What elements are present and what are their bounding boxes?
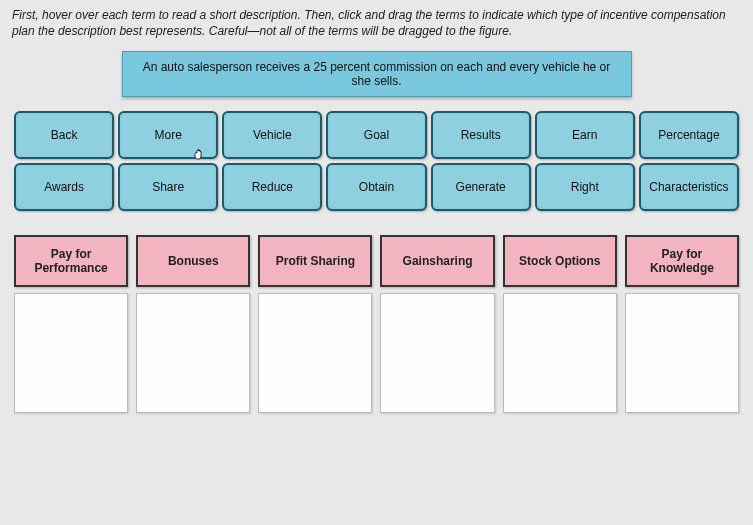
term-more[interactable]: More [118, 111, 218, 159]
term-reduce[interactable]: Reduce [222, 163, 322, 211]
drop-zone-profit-sharing[interactable] [258, 293, 372, 413]
category-row: Pay for Performance Bonuses Profit Shari… [12, 235, 741, 413]
drop-zone-pay-for-knowledge[interactable] [625, 293, 739, 413]
instructions-text: First, hover over each term to read a sh… [12, 8, 741, 39]
term-awards[interactable]: Awards [14, 163, 114, 211]
term-obtain[interactable]: Obtain [326, 163, 426, 211]
term-back[interactable]: Back [14, 111, 114, 159]
term-characteristics[interactable]: Characteristics [639, 163, 739, 211]
term-grid: Back More Vehicle Goal Results Earn Perc… [12, 111, 741, 211]
term-results[interactable]: Results [431, 111, 531, 159]
term-percentage[interactable]: Percentage [639, 111, 739, 159]
term-share[interactable]: Share [118, 163, 218, 211]
term-right[interactable]: Right [535, 163, 635, 211]
category-pay-for-performance: Pay for Performance [14, 235, 128, 287]
category-profit-sharing: Profit Sharing [258, 235, 372, 287]
drop-zone-gainsharing[interactable] [380, 293, 494, 413]
category-bonuses: Bonuses [136, 235, 250, 287]
drop-zone-stock-options[interactable] [503, 293, 617, 413]
term-goal[interactable]: Goal [326, 111, 426, 159]
term-vehicle[interactable]: Vehicle [222, 111, 322, 159]
category-stock-options: Stock Options [503, 235, 617, 287]
term-label: More [155, 128, 182, 142]
drop-zone-pay-for-performance[interactable] [14, 293, 128, 413]
scenario-banner: An auto salesperson receives a 25 percen… [122, 51, 632, 97]
category-pay-for-knowledge: Pay for Knowledge [625, 235, 739, 287]
category-gainsharing: Gainsharing [380, 235, 494, 287]
term-earn[interactable]: Earn [535, 111, 635, 159]
drop-zone-bonuses[interactable] [136, 293, 250, 413]
term-generate[interactable]: Generate [431, 163, 531, 211]
